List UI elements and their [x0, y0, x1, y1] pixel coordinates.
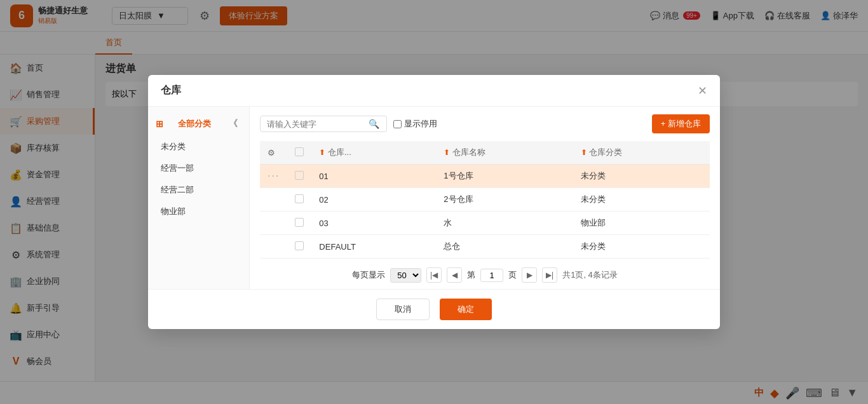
page-input[interactable]: [480, 269, 503, 282]
sort-icon-code[interactable]: ⬆: [319, 148, 325, 157]
warehouse-table: ⚙ ⬆ 仓库... ⬆ 仓库名称: [260, 141, 710, 259]
th-category: ⬆ 仓库分类: [573, 141, 710, 165]
modal-body: ⊞ 全部分类 《 未分类 经营一部 经营二部 物业部 🔍: [148, 107, 720, 289]
category-sidebar: ⊞ 全部分类 《 未分类 经营一部 经营二部 物业部: [148, 107, 250, 289]
row-name-1: 1号仓库: [436, 165, 573, 188]
per-page-select[interactable]: 50: [390, 268, 421, 283]
page-label: 第: [467, 269, 475, 281]
row-cb-4[interactable]: [295, 241, 304, 250]
grid-icon: ⊞: [156, 119, 163, 129]
modal-warehouse: 仓库 ✕ ⊞ 全部分类 《 未分类 经营一部 经营二部 物业部: [148, 75, 720, 329]
row-category-3: 物业部: [573, 212, 710, 235]
collapse-button[interactable]: 《: [225, 117, 241, 131]
row-settings-2[interactable]: [260, 188, 287, 212]
row-category-4: 未分类: [573, 235, 710, 259]
row-index-3: 03: [311, 212, 436, 235]
table-row[interactable]: 03 水 物业部: [260, 212, 710, 235]
table-row[interactable]: DEFAULT 总仓 未分类: [260, 235, 710, 259]
table-row[interactable]: 02 2号仓库 未分类: [260, 188, 710, 212]
row-cb-1[interactable]: [295, 171, 304, 180]
category-item-property[interactable]: 物业部: [148, 201, 249, 222]
search-icon[interactable]: 🔍: [369, 119, 379, 129]
row-name-3: 水: [436, 212, 573, 235]
modal-header: 仓库 ✕: [148, 75, 720, 107]
per-page-label: 每页显示: [352, 269, 385, 281]
row-index-2: 02: [311, 188, 436, 212]
category-header[interactable]: ⊞ 全部分类 《: [148, 112, 249, 136]
row-checkbox-2[interactable]: [287, 188, 311, 212]
select-all-checkbox[interactable]: [295, 147, 304, 156]
prev-page-btn[interactable]: ◀: [447, 267, 462, 283]
modal-table-area: 🔍 显示停用 + 新增仓库 ⚙: [250, 107, 720, 289]
row-settings[interactable]: ···: [260, 165, 287, 188]
category-item-dept1[interactable]: 经营一部: [148, 158, 249, 179]
sort-icon-category[interactable]: ⬆: [581, 148, 587, 157]
category-item-dept2[interactable]: 经营二部: [148, 179, 249, 201]
total-info: 共1页, 4条记录: [562, 269, 618, 281]
confirm-button[interactable]: 确定: [440, 299, 492, 320]
row-index-1: 01: [311, 165, 436, 188]
add-warehouse-button[interactable]: + 新增仓库: [652, 114, 710, 133]
category-header-label: 全部分类: [178, 118, 211, 130]
modal-title: 仓库: [161, 84, 181, 97]
show-disabled-label[interactable]: 显示停用: [393, 118, 437, 130]
next-page-btn[interactable]: ▶: [522, 267, 537, 283]
row-settings-3[interactable]: [260, 212, 287, 235]
row-name-2: 2号仓库: [436, 188, 573, 212]
th-name: ⬆ 仓库名称: [436, 141, 573, 165]
row-category-2: 未分类: [573, 188, 710, 212]
table-head-row: ⚙ ⬆ 仓库... ⬆ 仓库名称: [260, 141, 710, 165]
row-name-4: 总仓: [436, 235, 573, 259]
sort-icon-name[interactable]: ⬆: [444, 148, 450, 157]
search-input-wrap: 🔍: [260, 116, 387, 132]
row-checkbox-3[interactable]: [287, 212, 311, 235]
th-code: ⬆ 仓库...: [311, 141, 436, 165]
row-cb-2[interactable]: [295, 194, 304, 203]
th-settings[interactable]: ⚙: [260, 141, 287, 165]
first-page-btn[interactable]: |◀: [426, 267, 442, 283]
row-index-4: DEFAULT: [311, 235, 436, 259]
page-suffix: 页: [508, 269, 517, 281]
table-toolbar: 🔍 显示停用 + 新增仓库: [260, 114, 710, 133]
show-disabled-checkbox[interactable]: [393, 120, 402, 128]
modal-footer: 取消 确定: [148, 289, 720, 329]
th-checkbox[interactable]: [287, 141, 311, 165]
row-settings-4[interactable]: [260, 235, 287, 259]
table-body: ··· 01 1号仓库 未分类 02 2号仓库: [260, 165, 710, 259]
table-head: ⚙ ⬆ 仓库... ⬆ 仓库名称: [260, 141, 710, 165]
row-category-1: 未分类: [573, 165, 710, 188]
row-checkbox[interactable]: [287, 165, 311, 188]
modal-overlay: 仓库 ✕ ⊞ 全部分类 《 未分类 经营一部 经营二部 物业部: [0, 0, 868, 404]
modal-close-button[interactable]: ✕: [698, 85, 707, 97]
row-action-icon[interactable]: ···: [268, 170, 280, 181]
row-cb-3[interactable]: [295, 218, 304, 227]
pagination-bar: 每页显示 50 |◀ ◀ 第 页 ▶ ▶| 共1页, 4条记录: [260, 259, 710, 289]
cancel-button[interactable]: 取消: [376, 299, 430, 320]
last-page-btn[interactable]: ▶|: [542, 267, 557, 283]
category-item-unclassified[interactable]: 未分类: [148, 136, 249, 158]
table-scroll-area: ⚙ ⬆ 仓库... ⬆ 仓库名称: [260, 141, 710, 259]
table-row[interactable]: ··· 01 1号仓库 未分类: [260, 165, 710, 188]
search-input[interactable]: [267, 119, 369, 129]
row-checkbox-4[interactable]: [287, 235, 311, 259]
